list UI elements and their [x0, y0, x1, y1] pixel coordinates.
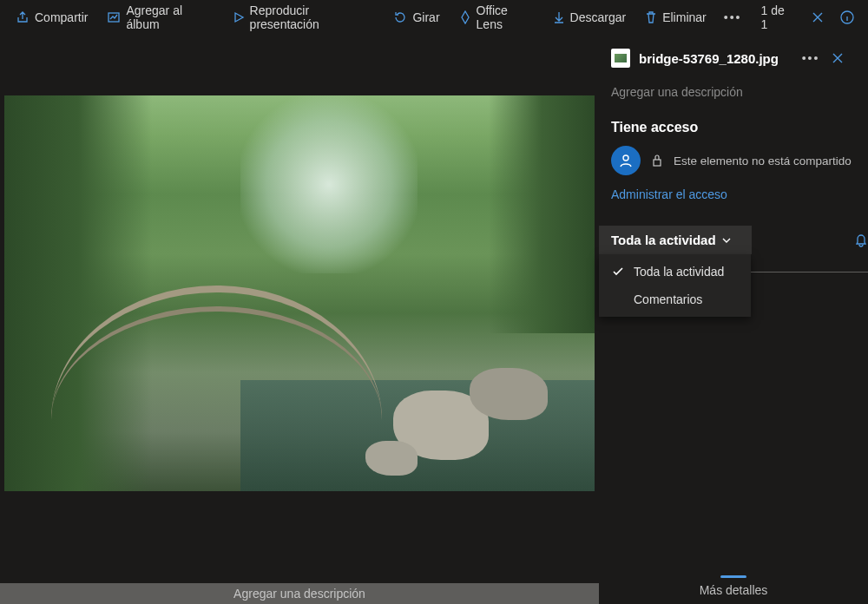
menu-all-activity-label: Toda la actividad [634, 265, 724, 279]
download-icon [553, 10, 565, 24]
slideshow-label: Reproducir presentación [250, 3, 375, 31]
menu-comments-label: Comentarios [634, 292, 702, 306]
file-header: bridge-53769_1280.jpg ••• [611, 45, 856, 78]
activity-dropdown-menu: Toda la actividad Comentarios [599, 254, 751, 317]
image-viewer-area [0, 35, 599, 569]
checkmark-icon [611, 266, 625, 278]
description-input-bar[interactable]: Agregar una descripción [0, 583, 599, 604]
more-details-label: Más detalles [700, 583, 768, 597]
delete-label: Eliminar [662, 10, 707, 24]
lock-icon [651, 154, 663, 167]
trash-icon [645, 10, 657, 24]
image-counter: 1 de 1 [752, 3, 801, 31]
svg-rect-3 [654, 160, 661, 166]
menu-item-all-activity[interactable]: Toda la actividad [599, 258, 751, 286]
activity-dropdown-button[interactable]: Toda la actividad [599, 226, 752, 254]
play-slideshow-button[interactable]: Reproducir presentación [224, 0, 384, 36]
chevron-down-icon [721, 235, 732, 246]
menu-item-comments[interactable]: Comentarios [599, 286, 751, 313]
rotate-button[interactable]: Girar [385, 5, 448, 30]
ellipsis-icon: ••• [724, 10, 742, 24]
top-toolbar: Compartir Agregar al álbum Reproducir pr… [0, 0, 868, 35]
viewer-close-button[interactable] [803, 3, 831, 32]
more-button[interactable]: ••• [717, 5, 749, 30]
access-row: Este elemento no está compartido [611, 146, 856, 184]
share-icon [16, 10, 30, 24]
rotate-label: Girar [412, 10, 439, 24]
more-details-button[interactable]: Más detalles [599, 568, 868, 604]
access-section-title: Tiene acceso [611, 120, 856, 146]
drag-handle-icon [720, 575, 746, 578]
activity-label: Toda la actividad [611, 233, 716, 247]
description-placeholder: Agregar una descripción [233, 587, 365, 601]
share-button[interactable]: Compartir [7, 5, 96, 30]
download-button[interactable]: Descargar [544, 5, 635, 30]
svg-point-2 [623, 155, 628, 161]
add-description-field[interactable]: Agregar una descripción [611, 78, 856, 120]
office-lens-button[interactable]: Office Lens [450, 0, 542, 36]
details-panel: bridge-53769_1280.jpg ••• Agregar una de… [599, 35, 868, 604]
activity-section: Toda la actividad Toda la actividad Come… [599, 226, 868, 317]
file-thumbnail-icon [611, 49, 630, 68]
panel-close-button[interactable] [832, 52, 856, 64]
share-label: Compartir [35, 10, 88, 24]
owner-avatar[interactable] [611, 146, 641, 175]
manage-access-link[interactable]: Administrar el acceso [611, 184, 856, 219]
lens-label: Office Lens [477, 3, 534, 31]
album-icon [107, 10, 121, 24]
info-button[interactable] [833, 3, 861, 32]
delete-button[interactable]: Eliminar [636, 5, 715, 30]
file-name: bridge-53769_1280.jpg [639, 51, 790, 66]
notification-bell-button[interactable] [854, 233, 868, 248]
download-label: Descargar [570, 10, 627, 24]
lens-icon [459, 10, 471, 24]
add-album-label: Agregar al álbum [126, 3, 213, 31]
not-shared-text: Este elemento no está compartido [674, 154, 852, 167]
panel-more-button[interactable]: ••• [799, 51, 823, 65]
image-preview[interactable] [4, 95, 595, 491]
rotate-icon [393, 10, 407, 24]
add-to-album-button[interactable]: Agregar al álbum [98, 0, 221, 36]
play-icon [233, 11, 245, 23]
